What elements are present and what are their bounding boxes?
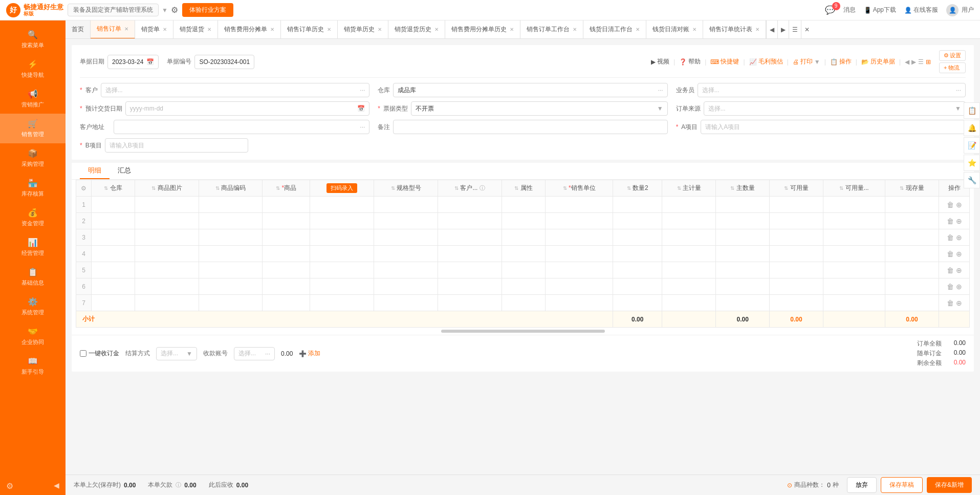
row-copy-icon[interactable]: ⊕ bbox=[956, 217, 962, 225]
scan-btn[interactable]: 扫码录入 bbox=[326, 183, 357, 193]
b-project-input[interactable]: 请输入B项目 bbox=[105, 138, 248, 153]
sidebar-item-sales[interactable]: 🛒 销售管理 bbox=[0, 114, 66, 143]
address-input[interactable]: ··· bbox=[114, 120, 369, 134]
tab-close-return-history[interactable]: ✕ bbox=[434, 27, 439, 32]
tab-slip-history[interactable]: 销货单历史 ✕ bbox=[338, 20, 388, 39]
tab-close-all-btn[interactable]: ✕ bbox=[801, 20, 813, 39]
app-download-btn[interactable]: 📱 App下载 bbox=[864, 6, 896, 14]
customer-input[interactable]: 选择... ··· bbox=[101, 83, 370, 97]
row-delete-icon[interactable]: 🗑 bbox=[947, 266, 954, 274]
industry-btn[interactable]: 体验行业方案 bbox=[182, 3, 233, 17]
row-copy-icon[interactable]: ⊕ bbox=[956, 233, 962, 242]
tab-detail[interactable]: 明细 bbox=[80, 163, 110, 179]
widget-notification[interactable]: 🔔 bbox=[964, 120, 980, 136]
sidebar-item-marketing[interactable]: 📢 营销推广 bbox=[0, 84, 66, 114]
tab-close-sales-order[interactable]: ✕ bbox=[124, 26, 128, 32]
row-copy-icon[interactable]: ⊕ bbox=[956, 283, 962, 291]
tab-close-daily-reconcile[interactable]: ✕ bbox=[692, 27, 696, 32]
system-select-icon[interactable]: ▼ bbox=[162, 7, 168, 14]
widget-template[interactable]: 📋 bbox=[964, 102, 980, 119]
account-select[interactable]: 选择... ··· bbox=[234, 347, 275, 360]
page-prev-btn[interactable]: ◀ bbox=[905, 58, 909, 66]
notification-btn[interactable]: 💬 9 消息 bbox=[825, 5, 856, 15]
row-delete-icon[interactable]: 🗑 bbox=[947, 201, 954, 209]
h-scrollbar[interactable] bbox=[441, 330, 605, 333]
page-next-btn[interactable]: ▶ bbox=[911, 58, 916, 66]
tab-order-history[interactable]: 销售订单历史 ✕ bbox=[281, 20, 338, 39]
tab-return[interactable]: 销货退货 ✕ bbox=[173, 20, 218, 39]
row-delete-icon[interactable]: 🗑 bbox=[947, 217, 954, 225]
tab-close-expense[interactable]: ✕ bbox=[270, 27, 274, 32]
tab-close-daily-clear[interactable]: ✕ bbox=[636, 27, 640, 32]
sidebar-settings-btn[interactable]: ⚙ bbox=[6, 481, 13, 491]
sidebar-item-guide[interactable]: 📖 新手引导 bbox=[0, 351, 66, 381]
widget-star[interactable]: ⭐ bbox=[964, 155, 980, 171]
tab-close-order-history[interactable]: ✕ bbox=[327, 27, 331, 32]
row-delete-icon[interactable]: 🗑 bbox=[947, 299, 954, 307]
add-payment-btn[interactable]: ➕ 添加 bbox=[299, 349, 320, 358]
settings-col-icon[interactable]: ⚙ bbox=[81, 185, 86, 192]
operation-btn[interactable]: 📋 操作 bbox=[830, 57, 852, 66]
row-delete-icon[interactable]: 🗑 bbox=[947, 233, 954, 242]
tab-close-stats[interactable]: ✕ bbox=[755, 27, 759, 32]
save-new-btn[interactable]: 保存&新增 bbox=[927, 477, 972, 493]
tab-close-return[interactable]: ✕ bbox=[207, 27, 211, 32]
table-view-btn[interactable]: ⊞ bbox=[926, 58, 931, 66]
sidebar-item-system[interactable]: ⚙️ 系统管理 bbox=[0, 292, 66, 321]
discard-btn[interactable]: 放弃 bbox=[847, 477, 877, 493]
one-click-deposit-checkbox[interactable] bbox=[80, 350, 86, 357]
tab-sales-order[interactable]: 销售订单 ✕ bbox=[91, 20, 135, 39]
tab-home[interactable]: 首页 bbox=[66, 20, 91, 39]
one-click-deposit-checkbox-label[interactable]: 一键收订金 bbox=[80, 349, 119, 358]
tab-expense[interactable]: 销售费用分摊单 ✕ bbox=[218, 20, 281, 39]
tab-close-order-workbench[interactable]: ✕ bbox=[573, 27, 577, 32]
tab-sales-slip[interactable]: 销货单 ✕ bbox=[135, 20, 173, 39]
payment-method-select[interactable]: 选择... ▼ bbox=[156, 347, 197, 360]
tab-return-history[interactable]: 销货退货历史 ✕ bbox=[388, 20, 445, 39]
tab-prev-btn[interactable]: ◀ bbox=[766, 20, 777, 39]
profit-btn[interactable]: 📈 毛利预估 bbox=[749, 57, 783, 66]
sidebar-item-purchase[interactable]: 📦 采购管理 bbox=[0, 143, 66, 173]
sidebar-item-inventory[interactable]: 🏪 库存核算 bbox=[0, 173, 66, 203]
shortcut-btn[interactable]: ⌨ 快捷键 bbox=[710, 57, 739, 66]
history-btn[interactable]: 📂 历史单据 bbox=[861, 57, 895, 66]
tab-close-sales-slip[interactable]: ✕ bbox=[163, 27, 167, 32]
row-copy-icon[interactable]: ⊕ bbox=[956, 250, 962, 258]
remark-input[interactable] bbox=[393, 120, 667, 134]
add-material-btn[interactable]: + 物流 bbox=[939, 62, 966, 73]
widget-note[interactable]: 📝 bbox=[964, 137, 980, 154]
salesperson-input[interactable]: 选择... ··· bbox=[698, 83, 966, 97]
tab-stats[interactable]: 销售订单统计表 ✕ bbox=[703, 20, 766, 39]
tab-daily-reconcile[interactable]: 钱货日清对账 ✕ bbox=[646, 20, 703, 39]
date-input[interactable]: 2023-03-24 📅 bbox=[107, 55, 159, 69]
number-input[interactable]: SO-20230324-001 bbox=[194, 55, 254, 69]
delivery-input[interactable]: yyyy-mm-dd 📅 bbox=[125, 101, 370, 116]
grid-view-btn[interactable]: ☰ bbox=[918, 58, 924, 66]
settings-icon[interactable]: ⚙ bbox=[171, 5, 178, 15]
a-project-input[interactable]: 请输入A项目 bbox=[701, 120, 966, 134]
sidebar-item-cooperation[interactable]: 🤝 企业协同 bbox=[0, 321, 66, 351]
tab-next-btn[interactable]: ▶ bbox=[777, 20, 789, 39]
tab-menu-btn[interactable]: ☰ bbox=[789, 20, 801, 39]
row-copy-icon[interactable]: ⊕ bbox=[956, 201, 962, 209]
row-copy-icon[interactable]: ⊕ bbox=[956, 266, 962, 274]
sidebar-item-search[interactable]: 🔍 搜索菜单 bbox=[0, 25, 66, 54]
row-delete-icon[interactable]: 🗑 bbox=[947, 283, 954, 291]
help-btn[interactable]: ❓ 帮助 bbox=[679, 57, 701, 66]
tab-order-workbench[interactable]: 销售订单工作台 ✕ bbox=[520, 20, 583, 39]
sidebar-item-quick[interactable]: ⚡ 快捷导航 bbox=[0, 54, 66, 84]
row-delete-icon[interactable]: 🗑 bbox=[947, 250, 954, 258]
sidebar-item-finance[interactable]: 💰 资金管理 bbox=[0, 203, 66, 232]
user-menu[interactable]: 👤 用户 bbox=[946, 4, 974, 16]
tab-summary[interactable]: 汇总 bbox=[110, 163, 139, 179]
sidebar-collapse-btn[interactable]: ◀ bbox=[54, 481, 59, 491]
invoice-input[interactable]: 不开票 ▼ bbox=[411, 101, 668, 116]
save-draft-btn[interactable]: 保存草稿 bbox=[881, 477, 923, 493]
row-copy-icon[interactable]: ⊕ bbox=[956, 299, 962, 307]
tab-close-expense-history[interactable]: ✕ bbox=[510, 27, 514, 32]
widget-tool[interactable]: 🔧 bbox=[964, 172, 980, 188]
online-service-btn[interactable]: 👤 在线客服 bbox=[904, 6, 938, 14]
view-video-btn[interactable]: ▶ 视频 bbox=[651, 57, 669, 66]
tab-daily-clear[interactable]: 钱货日清工作台 ✕ bbox=[583, 20, 646, 39]
order-source-input[interactable]: 选择... ▼ bbox=[704, 101, 966, 116]
